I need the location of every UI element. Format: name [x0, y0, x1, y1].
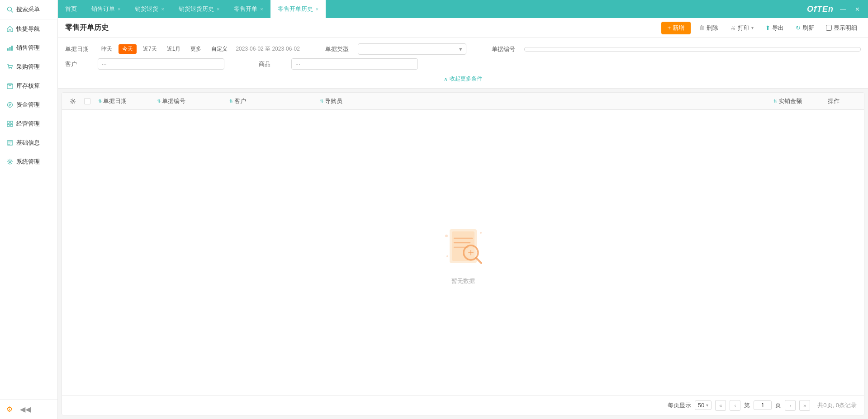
add-button[interactable]: + 新增	[661, 22, 691, 34]
tab-close-sales-return[interactable]: ×	[161, 6, 164, 12]
sidebar-item-purchase-mgmt[interactable]: 采购管理	[0, 57, 57, 76]
sidebar-search-label: 搜索采单	[16, 5, 40, 14]
print-arrow-icon: ▾	[751, 25, 754, 30]
display-detail-button[interactable]: 显示明细	[822, 22, 861, 34]
home-icon	[6, 25, 14, 33]
sidebar-item-inventory[interactable]: 库存核算	[0, 76, 57, 95]
manage-icon	[6, 120, 14, 127]
export-label: 导出	[772, 24, 784, 32]
svg-rect-2	[7, 48, 9, 51]
settings-icon[interactable]: ⚙	[6, 405, 13, 414]
collapse-filter-button[interactable]: ∧ 收起更多条件	[65, 73, 861, 83]
last7days-btn[interactable]: 近7天	[139, 44, 161, 54]
sidebar-item-quick-nav[interactable]: 快捷导航	[0, 19, 57, 38]
col-header-date[interactable]: ⇅ 单据日期	[95, 97, 153, 105]
delete-icon: 🗑	[699, 24, 705, 31]
tab-close-sales-order[interactable]: ×	[118, 6, 120, 12]
tab-sales-order[interactable]: 销售订单 ×	[84, 0, 128, 18]
customer-label: 客户	[65, 60, 90, 68]
tab-close-retail-open-history[interactable]: ×	[316, 6, 318, 12]
refresh-button[interactable]: ↻ 刷新	[792, 22, 818, 34]
first-page-button[interactable]: «	[715, 400, 726, 411]
column-settings-button[interactable]	[66, 98, 80, 104]
tab-sales-return-history[interactable]: 销货退货历史 ×	[171, 0, 227, 18]
top-navigation: 首页 销售订单 × 销货退货 × 销货退货历史 × 零售开单 × 零售开单历史 …	[58, 0, 868, 18]
yesterday-btn[interactable]: 昨天	[98, 44, 116, 54]
sidebar-item-sales-mgmt[interactable]: 销售管理	[0, 38, 57, 57]
tab-retail-open-history[interactable]: 零售开单历史 ×	[270, 0, 326, 18]
print-button[interactable]: 🖨 打印 ▾	[726, 22, 757, 34]
page-number-input[interactable]	[754, 400, 772, 410]
sort-icon-billno: ⇅	[157, 99, 161, 104]
col-header-customer[interactable]: ⇅ 客户	[226, 97, 316, 105]
export-button[interactable]: ⬆ 导出	[762, 22, 787, 34]
table-area: ⇅ 单据日期 ⇅ 单据编号 ⇅ 客户 ⇅ 导购员 ⇅ 实销金额 操作	[62, 92, 864, 415]
tab-home[interactable]: 首页	[58, 0, 84, 18]
sidebar-item-finance[interactable]: 资金管理	[0, 95, 57, 114]
window-minimize-button[interactable]: —	[837, 6, 849, 13]
tab-retail-open[interactable]: 零售开单 ×	[227, 0, 270, 18]
page-size-select[interactable]: 50 ▾	[695, 400, 711, 410]
bill-type-arrow-icon: ▾	[459, 46, 462, 52]
page-size-arrow-icon: ▾	[706, 403, 708, 408]
empty-text: 暂无数据	[451, 277, 475, 285]
prev-page-button[interactable]: ‹	[730, 400, 740, 411]
filter-dates: 昨天 今天 近7天 近1月 更多 自定义 2023-06-02 至 2023-0…	[98, 44, 300, 54]
page-size-value: 50	[698, 402, 704, 409]
sidebar: 搜索采单 快捷导航 销售管理 采购管理	[0, 0, 58, 419]
svg-line-1	[11, 11, 13, 13]
page-size-label: 每页显示	[668, 401, 691, 410]
sidebar-label-basic-info: 基础信息	[16, 139, 40, 147]
sidebar-item-basic-info[interactable]: 基础信息	[0, 133, 57, 152]
svg-rect-4	[11, 46, 13, 51]
sort-icon-amount: ⇅	[773, 99, 777, 104]
delete-button[interactable]: 🗑 删除	[695, 22, 722, 34]
display-detail-label: 显示明细	[834, 24, 857, 32]
select-all-checkbox[interactable]	[80, 98, 95, 104]
date-range-display: 2023-06-02 至 2023-06-02	[236, 45, 299, 53]
filter-row-2: 客户 ··· 商品 ···	[65, 58, 861, 70]
svg-rect-12	[7, 124, 9, 127]
svg-point-6	[11, 68, 12, 69]
sidebar-label-sales-mgmt: 销售管理	[16, 44, 40, 52]
next-page-button[interactable]: ›	[785, 400, 796, 411]
display-detail-checkbox[interactable]	[826, 25, 832, 31]
sidebar-item-system[interactable]: 系统管理	[0, 152, 57, 171]
more-btn[interactable]: 更多	[187, 44, 205, 54]
col-header-amount[interactable]: ⇅ 实销金额	[770, 97, 824, 105]
pagination: 每页显示 50 ▾ « ‹ 第 页 › » 共0页, 0条记录	[62, 395, 864, 415]
collapse-icon[interactable]: ◀◀	[20, 405, 31, 414]
svg-rect-10	[7, 121, 9, 123]
info-icon	[6, 139, 14, 146]
col-header-billno[interactable]: ⇅ 单据编号	[153, 97, 226, 105]
today-btn[interactable]: 今天	[119, 44, 137, 54]
bill-type-select[interactable]: ▾	[358, 43, 466, 55]
toolbar-actions: + 新增 🗑 删除 🖨 打印 ▾ ⬆ 导出 ↻ 刷新 显示明细	[661, 22, 861, 34]
sidebar-label-finance: 资金管理	[16, 101, 40, 109]
custom-btn[interactable]: 自定义	[208, 44, 231, 54]
svg-rect-13	[10, 124, 13, 127]
svg-point-32	[446, 255, 448, 257]
sidebar-item-operations[interactable]: 经营管理	[0, 114, 57, 133]
bill-no-input[interactable]	[524, 47, 861, 52]
window-close-button[interactable]: ✕	[852, 6, 863, 13]
sort-icon-guide: ⇅	[320, 99, 323, 104]
last-page-button[interactable]: »	[799, 400, 810, 411]
tab-close-sales-return-history[interactable]: ×	[217, 6, 219, 12]
sidebar-label-system: 系统管理	[16, 158, 40, 166]
sidebar-label-inventory: 库存核算	[16, 82, 40, 90]
sidebar-label-quick-nav: 快捷导航	[16, 25, 40, 33]
page-suffix: 页	[775, 401, 781, 410]
filter-area: 单据日期 昨天 今天 近7天 近1月 更多 自定义 2023-06-02 至 2…	[58, 38, 868, 89]
sidebar-search[interactable]: 搜索采单	[0, 0, 57, 19]
page-word: 第	[744, 401, 750, 410]
goods-input[interactable]: ···	[291, 58, 418, 70]
tab-sales-return[interactable]: 销货退货 ×	[128, 0, 171, 18]
last1month-btn[interactable]: 近1月	[163, 44, 185, 54]
svg-point-19	[72, 100, 74, 102]
col-header-guide[interactable]: ⇅ 导购员	[316, 97, 370, 105]
collapse-up-icon: ∧	[444, 76, 448, 82]
customer-input[interactable]: ···	[98, 58, 224, 70]
tab-close-retail-open[interactable]: ×	[260, 6, 263, 12]
svg-point-5	[9, 68, 9, 69]
